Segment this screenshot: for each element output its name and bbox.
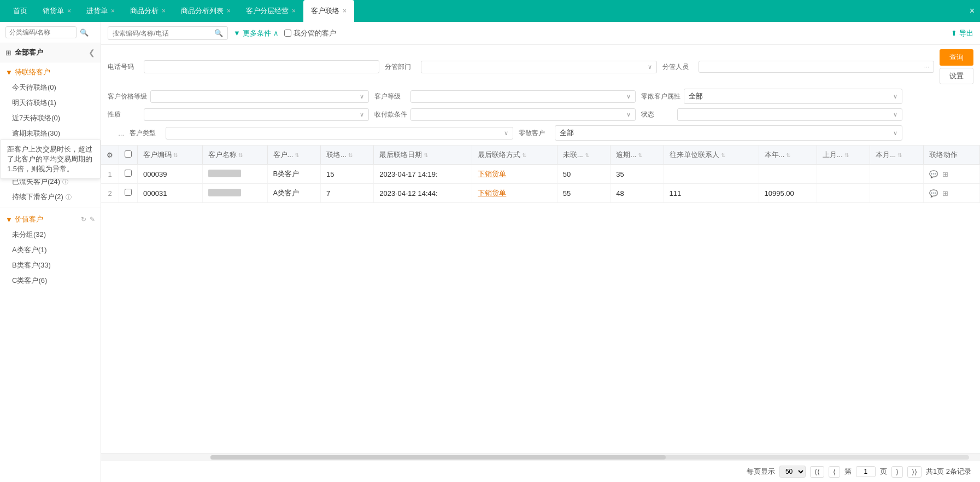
scrollbar-thumb[interactable] bbox=[210, 455, 666, 460]
export-button[interactable]: ⬆ 导出 bbox=[951, 28, 973, 38]
all-customers-header[interactable]: ⊞ 全部客户 ❮ bbox=[0, 43, 101, 62]
declining-info-icon[interactable]: ⓘ bbox=[66, 193, 72, 201]
pending-contact-group: ▼ 待联络客户 今天待联络(0) 明天待联络(1) 近7天待联络(0) 逾期未联… bbox=[0, 62, 101, 143]
close-customer-contact-icon[interactable]: × bbox=[343, 7, 347, 15]
sidebar-item-7days[interactable]: 近7天待联络(0) bbox=[0, 111, 101, 126]
nav-product-analysis[interactable]: 商品分析 × bbox=[122, 0, 173, 22]
sort-name-icon[interactable]: ⇅ bbox=[238, 152, 243, 158]
sidebar-item-today[interactable]: 今天待联络(0) bbox=[0, 80, 101, 95]
sidebar-item-overdue[interactable]: 逾期未联络(30) bbox=[0, 126, 101, 141]
extra-dots[interactable]: ... bbox=[118, 129, 124, 137]
close-sales-order-icon[interactable]: × bbox=[67, 7, 71, 15]
page-size-select[interactable]: 50 bbox=[779, 466, 806, 478]
row-1-not-contacted: 50 bbox=[557, 165, 610, 184]
page-unit: 页 bbox=[880, 467, 887, 477]
nav-customer-segments[interactable]: 客户分层经营 × bbox=[238, 0, 303, 22]
phone-input[interactable] bbox=[144, 60, 379, 73]
payment-select[interactable]: ∨ bbox=[410, 108, 636, 121]
row-2-method-link[interactable]: 下销货单 bbox=[478, 189, 506, 197]
sort-year-icon[interactable]: ⇅ bbox=[786, 152, 790, 158]
more-conditions-button[interactable]: ▼ 更多条件 ∧ bbox=[233, 28, 279, 38]
row-2-actions: 💬 ⊞ bbox=[923, 184, 979, 203]
status-select[interactable]: ∨ bbox=[677, 108, 902, 121]
sort-last-month-icon[interactable]: ⇅ bbox=[844, 152, 849, 158]
customer-level-select[interactable]: ∨ bbox=[410, 90, 636, 103]
sidebar-item-ungrouped[interactable]: 未分组(32) bbox=[0, 227, 101, 242]
price-level-select[interactable]: ∨ bbox=[150, 90, 369, 103]
sidebar-item-class-c[interactable]: C类客户(6) bbox=[0, 273, 101, 288]
row-1-method-link[interactable]: 下销货单 bbox=[478, 170, 506, 178]
nav-purchase-order[interactable]: 进货单 × bbox=[79, 0, 122, 22]
collapse-icon[interactable]: ❮ bbox=[89, 48, 95, 57]
col-customer-code: 客户编码⇅ bbox=[138, 146, 203, 165]
gender-select[interactable]: ∨ bbox=[144, 108, 369, 121]
sort-contact-icon[interactable]: ⇅ bbox=[348, 152, 353, 158]
page-input[interactable] bbox=[856, 466, 876, 477]
table-checkbox-col[interactable] bbox=[119, 146, 138, 165]
row-2-checkbox[interactable] bbox=[125, 189, 132, 196]
sort-code-icon[interactable]: ⇅ bbox=[173, 152, 178, 158]
sort-date-icon[interactable]: ⇅ bbox=[424, 152, 428, 158]
sidebar-search-icon[interactable]: 🔍 bbox=[80, 28, 89, 37]
sort-type-icon[interactable]: ⇅ bbox=[295, 152, 299, 158]
per-page-label: 每页显示 bbox=[747, 467, 775, 477]
settings-button[interactable]: 设置 bbox=[940, 68, 973, 84]
retail-customer-select[interactable]: 全部 ∨ bbox=[555, 125, 902, 141]
close-customer-segments-icon[interactable]: × bbox=[292, 7, 296, 15]
row-checkbox-1[interactable] bbox=[119, 165, 138, 184]
last-page-button[interactable]: ⟩⟩ bbox=[907, 466, 922, 478]
value-customers-refresh-icon[interactable]: ↻ bbox=[81, 216, 86, 223]
row-checkbox-2[interactable] bbox=[119, 184, 138, 203]
table-settings-col[interactable]: ⚙ bbox=[101, 146, 119, 165]
sidebar-item-class-b[interactable]: B类客户(33) bbox=[0, 258, 101, 273]
retail-attr-select[interactable]: 全部 ∨ bbox=[684, 89, 902, 104]
close-product-analysis-list-icon[interactable]: × bbox=[227, 7, 231, 15]
prev-page-button[interactable]: ⟨ bbox=[829, 466, 840, 478]
col-action: 联络动作 bbox=[923, 146, 979, 165]
sort-month-icon[interactable]: ⇅ bbox=[897, 152, 902, 158]
sort-method-icon[interactable]: ⇅ bbox=[522, 152, 526, 158]
my-customers-check[interactable] bbox=[284, 30, 291, 37]
value-customers-edit-icon[interactable]: ✎ bbox=[90, 216, 95, 223]
person-select[interactable]: ··· bbox=[699, 61, 934, 73]
dept-select[interactable]: ∨ bbox=[421, 61, 656, 73]
row-1-more-icon[interactable]: ⊞ bbox=[942, 170, 948, 178]
sort-not-contacted-icon[interactable]: ⇅ bbox=[585, 152, 589, 158]
nav-sales-order[interactable]: 销货单 × bbox=[35, 0, 79, 22]
horizontal-scrollbar[interactable] bbox=[101, 453, 980, 461]
first-page-button[interactable]: ⟨⟨ bbox=[810, 466, 824, 478]
nav-product-analysis-list[interactable]: 商品分析列表 × bbox=[173, 0, 238, 22]
nav-customer-contact[interactable]: 客户联络 × bbox=[303, 0, 354, 22]
total-label: 共1页 2条记录 bbox=[926, 467, 971, 477]
search-icon[interactable]: 🔍 bbox=[214, 29, 223, 37]
row-1-chat-icon[interactable]: 💬 bbox=[929, 170, 938, 178]
select-all-checkbox[interactable] bbox=[125, 150, 132, 158]
sidebar-item-class-a[interactable]: A类客户(1) bbox=[0, 242, 101, 258]
query-button[interactable]: 查询 bbox=[940, 49, 973, 66]
sidebar-search-input[interactable] bbox=[5, 26, 77, 38]
search-input[interactable] bbox=[113, 30, 211, 37]
filter-customer-type: 客户类型 ∨ bbox=[130, 127, 513, 140]
next-page-button[interactable]: ⟩ bbox=[891, 466, 903, 478]
toolbar: 🔍 ▼ 更多条件 ∧ 我分管的客户 ⬆ 导出 bbox=[101, 22, 980, 45]
row-2-chat-icon[interactable]: 💬 bbox=[929, 189, 938, 198]
row-1-last-method[interactable]: 下销货单 bbox=[472, 165, 558, 184]
close-purchase-order-icon[interactable]: × bbox=[111, 7, 115, 15]
my-customers-checkbox[interactable]: 我分管的客户 bbox=[284, 28, 336, 38]
table-row: 2 000031 A类客户 7 2023-04-12 14:44: 下销货单 5… bbox=[101, 184, 980, 203]
window-close-button[interactable]: × bbox=[970, 6, 975, 16]
customer-type-select[interactable]: ∨ bbox=[166, 127, 513, 140]
row-1-checkbox[interactable] bbox=[125, 170, 132, 177]
sidebar-item-declining[interactable]: 持续下滑客户(2) ⓘ bbox=[0, 189, 101, 205]
row-2-last-method[interactable]: 下销货单 bbox=[472, 184, 558, 203]
nav-home[interactable]: 首页 bbox=[5, 0, 35, 22]
sort-contact-person-icon[interactable]: ⇅ bbox=[721, 152, 725, 158]
sort-overdue-icon[interactable]: ⇅ bbox=[638, 152, 642, 158]
action-buttons: 查询 设置 bbox=[940, 49, 973, 84]
pending-contact-group-title[interactable]: ▼ 待联络客户 bbox=[0, 65, 101, 80]
filter-dept: 分管部门 ∨ bbox=[385, 61, 656, 73]
close-product-analysis-icon[interactable]: × bbox=[162, 7, 166, 15]
row-2-more-icon[interactable]: ⊞ bbox=[942, 189, 948, 198]
sidebar-item-tomorrow[interactable]: 明天待联络(1) bbox=[0, 95, 101, 111]
value-customers-group-title[interactable]: ▼ 价值客户 ↻ ✎ bbox=[0, 212, 101, 227]
